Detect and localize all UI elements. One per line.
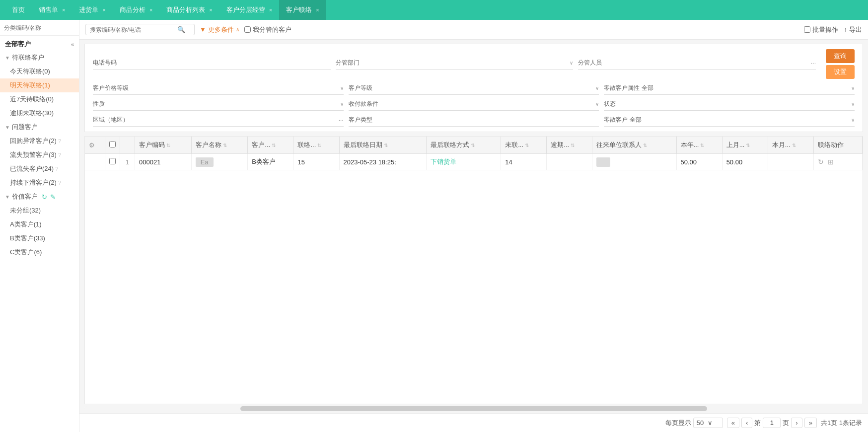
filter-nature-input[interactable]	[127, 101, 336, 108]
sidebar-item-lostwarning[interactable]: 流失预警客户(3) ?	[0, 148, 79, 162]
nav-analysis[interactable]: 商品分析 ×	[113, 0, 159, 20]
nav-home[interactable]: 首页	[5, 0, 32, 20]
filter-scatter-attr-dropdown-icon[interactable]: ∨	[851, 85, 855, 91]
col-last-date[interactable]: 最后联络日期 ⇅	[339, 137, 426, 154]
filter-customer-grade-dropdown-icon[interactable]: ∨	[595, 85, 599, 91]
sidebar-problem-group[interactable]: ▼ 问题客户	[0, 120, 79, 134]
col-last-way-sort-icon[interactable]: ⇅	[471, 143, 475, 148]
sidebar-item-declining[interactable]: 持续下滑客户(2) ?	[0, 176, 79, 190]
sidebar-item-lost[interactable]: 已流失客户(24) ?	[0, 162, 79, 176]
filter-status-dropdown-icon[interactable]: ∨	[851, 101, 855, 107]
sidebar-item-b-class[interactable]: B类客户(33)	[0, 231, 79, 245]
nav-customer-contact[interactable]: 客户联络 ×	[279, 0, 326, 20]
filter-person-dots[interactable]: ···	[811, 60, 816, 67]
nav-analysis-list-close[interactable]: ×	[209, 7, 212, 13]
sidebar-item-repurchase[interactable]: 回购异常客户(2) ?	[0, 134, 79, 148]
sidebar-item-overdue[interactable]: 逾期未联络(30)	[0, 106, 79, 120]
nav-customer-tier[interactable]: 客户分层经营 ×	[219, 0, 279, 20]
filter-region-input[interactable]	[133, 117, 335, 124]
sidebar-collapse-icon[interactable]: «	[71, 41, 74, 47]
sidebar-value-group[interactable]: ▼ 价值客户 ↻ ✎	[0, 190, 79, 204]
col-last-month[interactable]: 上月... ⇅	[722, 137, 768, 154]
main-search-icon[interactable]: 🔍	[177, 26, 185, 33]
value-edit-icon[interactable]: ✎	[50, 193, 56, 201]
batch-op-btn[interactable]: 批量操作	[804, 25, 838, 34]
col-contact-person[interactable]: 往来单位联系人 ⇅	[592, 137, 676, 154]
main-search-input[interactable]	[90, 26, 174, 33]
col-name-sort-icon[interactable]: ⇅	[223, 143, 227, 148]
sidebar-item-c-class[interactable]: C类客户(6)	[0, 245, 79, 259]
row-checkbox[interactable]	[109, 158, 116, 164]
col-type-sort-icon[interactable]: ⇅	[272, 143, 276, 148]
nav-sales-close[interactable]: ×	[62, 7, 65, 13]
col-this-year[interactable]: 本年... ⇅	[676, 137, 722, 154]
filter-dept-input[interactable]	[369, 60, 566, 67]
col-this-month[interactable]: 本月... ⇅	[768, 137, 813, 154]
sidebar-search-input[interactable]	[4, 24, 78, 31]
filter-scatter-customer-dropdown-icon[interactable]: ∨	[851, 117, 855, 123]
first-page-btn[interactable]: «	[727, 418, 739, 428]
sidebar-item-tomorrow[interactable]: 明天待联络(1)	[0, 78, 79, 92]
col-this-year-sort-icon[interactable]: ⇅	[700, 143, 704, 148]
col-name[interactable]: 客户名称 ⇅	[191, 137, 248, 154]
col-contacts[interactable]: 联络... ⇅	[293, 137, 339, 154]
nav-analysis-close[interactable]: ×	[149, 7, 152, 13]
filter-scatter-customer-input[interactable]	[646, 117, 847, 124]
nav-analysis-list[interactable]: 商品分析列表 ×	[159, 0, 219, 20]
filter-region-dots[interactable]: ···	[339, 117, 344, 124]
last-page-btn[interactable]: »	[804, 418, 817, 428]
filter-status-input[interactable]	[638, 101, 847, 108]
sidebar-item-7days[interactable]: 近7天待联络(0)	[0, 92, 79, 106]
my-customer-checkbox-area[interactable]: 我分管的客户	[244, 25, 291, 34]
horizontal-scrollbar[interactable]	[84, 406, 863, 411]
query-button[interactable]: 查询	[826, 49, 855, 63]
filter-price-grade-input[interactable]	[133, 85, 336, 92]
nav-customer-contact-close[interactable]: ×	[316, 7, 319, 13]
sidebar-pending-group[interactable]: ▼ 待联络客户	[0, 51, 79, 65]
export-btn[interactable]: ↑ 导出	[844, 25, 863, 34]
filter-payment-input[interactable]	[382, 101, 592, 108]
row-grid-icon[interactable]: ⊞	[828, 158, 834, 166]
col-code-sort-icon[interactable]: ⇅	[166, 143, 170, 148]
select-all-checkbox[interactable]	[109, 141, 116, 147]
col-uncontacted[interactable]: 未联... ⇅	[501, 137, 547, 154]
col-last-way[interactable]: 最后联络方式 ⇅	[426, 137, 501, 154]
row-refresh-icon[interactable]: ↻	[818, 158, 824, 166]
my-customer-checkbox[interactable]	[244, 26, 251, 33]
col-code[interactable]: 客户编码 ⇅	[135, 137, 191, 154]
sidebar-item-a-class[interactable]: A类客户(1)	[0, 217, 79, 231]
filter-nature-dropdown-icon[interactable]: ∨	[340, 101, 344, 107]
filter-scatter-attr-input[interactable]	[657, 85, 847, 92]
set-button[interactable]: 设置	[826, 65, 855, 79]
nav-purchase-close[interactable]: ×	[102, 7, 105, 13]
page-input[interactable]	[763, 418, 781, 428]
next-page-btn[interactable]: ›	[791, 418, 802, 428]
filter-customer-grade-input[interactable]	[382, 85, 592, 92]
col-uncontacted-sort-icon[interactable]: ⇅	[525, 143, 529, 148]
filter-customer-type-input[interactable]	[382, 117, 599, 124]
scrollbar-thumb[interactable]	[240, 406, 708, 411]
col-this-month-sort-icon[interactable]: ⇅	[792, 143, 796, 148]
col-type[interactable]: 客户... ⇅	[248, 137, 293, 154]
value-refresh-icon[interactable]: ↻	[42, 193, 47, 201]
filter-payment-dropdown-icon[interactable]: ∨	[595, 101, 599, 107]
row-last-way-link[interactable]: 下销货单	[431, 158, 456, 165]
nav-sales[interactable]: 销售单 ×	[32, 0, 72, 20]
col-last-date-sort-icon[interactable]: ⇅	[384, 143, 388, 148]
nav-customer-tier-close[interactable]: ×	[269, 7, 272, 13]
col-overdue-sort-icon[interactable]: ⇅	[571, 143, 575, 148]
filter-person-input[interactable]	[612, 60, 807, 67]
col-contact-person-sort-icon[interactable]: ⇅	[643, 143, 647, 148]
filter-price-grade-dropdown-icon[interactable]: ∨	[340, 85, 344, 91]
prev-page-btn[interactable]: ‹	[741, 418, 752, 428]
col-overdue[interactable]: 逾期... ⇅	[547, 137, 592, 154]
batch-checkbox[interactable]	[804, 26, 810, 33]
column-settings-icon[interactable]: ⚙	[89, 142, 95, 149]
filter-phone-input[interactable]	[127, 60, 331, 67]
page-size-dropdown[interactable]: 50 ∨	[693, 418, 723, 428]
sidebar-item-today[interactable]: 今天待联络(0)	[0, 65, 79, 78]
sidebar-item-ungrouped[interactable]: 未分组(32)	[0, 204, 79, 217]
filter-btn[interactable]: ▼ 更多条件 ∧	[200, 25, 239, 34]
col-contacts-sort-icon[interactable]: ⇅	[317, 143, 321, 148]
col-last-month-sort-icon[interactable]: ⇅	[746, 143, 750, 148]
